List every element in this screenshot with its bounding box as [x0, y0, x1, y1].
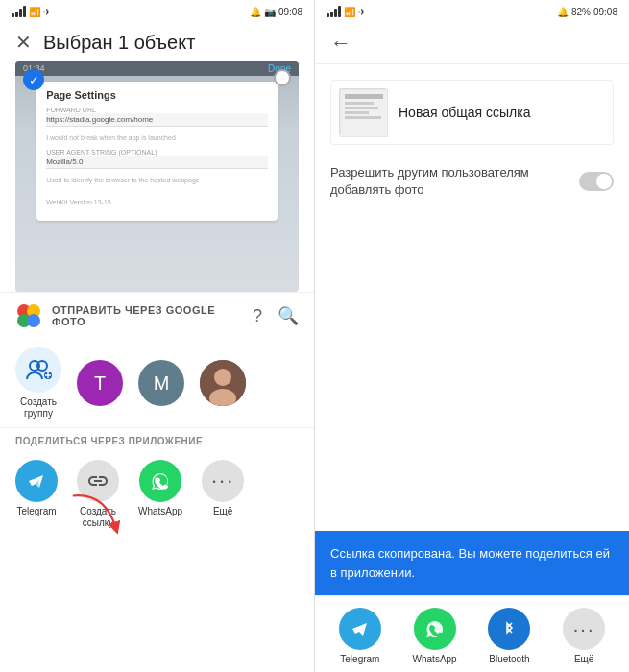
screenshot-topbar: 01:34 Done: [15, 61, 299, 76]
more-icon: ···: [202, 460, 244, 502]
more-label: Ещё: [213, 506, 232, 517]
field-value-2: Mozilla/5.0: [46, 156, 268, 169]
telegram-icon: [15, 460, 58, 502]
battery-right: 82%: [571, 7, 591, 17]
app-more[interactable]: ··· Ещё: [202, 460, 244, 517]
radio-button[interactable]: [274, 69, 291, 86]
svg-rect-18: [345, 107, 378, 109]
contact-photo-avatar: [200, 360, 246, 406]
right-more-icon: ···: [563, 608, 605, 650]
bluetooth-logo: [496, 616, 521, 641]
back-button[interactable]: ←: [330, 31, 351, 56]
shared-link-section: Новая общая ссылка Разрешить другим поль…: [315, 64, 629, 531]
status-right-left: 🔔 📷 09:08: [250, 7, 302, 17]
right-panel: 📶 ✈ 🔔 82% 09:08 ←: [314, 0, 629, 672]
question-icon[interactable]: ?: [253, 306, 262, 326]
blue-banner: Ссылка скопирована. Вы можете поделиться…: [315, 531, 629, 595]
wifi-icon-right: 📶: [344, 7, 355, 17]
selection-checkbox[interactable]: ✓: [23, 69, 44, 90]
field-forward-url: FORWARD URL https://stadia.google.com/ho…: [46, 107, 268, 144]
status-signal-right: 📶 ✈: [327, 6, 366, 17]
right-telegram-label: Telegram: [340, 654, 379, 664]
app-create-link[interactable]: Создать ссылку: [77, 460, 119, 529]
allow-others-row: Разрешить другим пользователям добавлять…: [330, 160, 614, 203]
contact-photo[interactable]: [200, 360, 246, 406]
page-title-left: Выбран 1 объект: [43, 32, 195, 54]
chain-link-icon: [86, 469, 109, 492]
right-app-whatsapp[interactable]: WhatsApp: [405, 608, 465, 664]
contact-t[interactable]: T: [77, 360, 123, 406]
field-value-1: https://stadia.google.com/home: [46, 113, 268, 127]
share-section-label: ПОДЕЛИТЬСЯ ЧЕРЕЗ ПРИЛОЖЕНИЕ: [0, 427, 314, 452]
contact-t-avatar: T: [77, 360, 123, 406]
add-group-avatar: [15, 347, 61, 393]
google-photos-bar: ОТПРАВИТЬ ЧЕРЕЗ GOOGLE ФОТО ? 🔍: [0, 292, 314, 339]
field-label-2: USER AGENT STRING (OPTIONAL): [46, 149, 268, 156]
app-telegram[interactable]: Telegram: [15, 460, 58, 517]
screenshot-preview: 01:34 Done Page Settings FORWARD URL htt…: [15, 61, 299, 292]
card-title: Page Settings: [46, 89, 268, 101]
time-right: 09:08: [593, 7, 617, 17]
top-bar-left: ✕ Выбран 1 объект: [0, 23, 314, 61]
add-group-icon: [25, 356, 52, 383]
field-label-1: FORWARD URL: [46, 107, 268, 113]
whatsapp-icon: [139, 460, 181, 502]
status-bar-right: 📶 ✈ 🔔 82% 09:08: [315, 0, 629, 23]
right-telegram-logo: [348, 616, 373, 641]
screenshot-time: 01:34: [23, 63, 268, 74]
left-panel: 📶 ✈ 🔔 📷 09:08 ✕ Выбран 1 объект 01:34 Do…: [0, 0, 314, 672]
google-photos-actions: ? 🔍: [253, 305, 299, 326]
right-telegram-icon: [339, 608, 381, 650]
telegram-logo: [24, 468, 49, 493]
airplane-icon-right: ✈: [358, 7, 366, 17]
add-group-label: Создать группу: [20, 396, 57, 420]
field-hint-2: Used to identify the browser to the host…: [46, 177, 200, 183]
webkit-version: WebKit Version 13-15: [46, 199, 111, 205]
right-whatsapp-logo: [423, 616, 448, 641]
link-title: Новая общая ссылка: [399, 105, 530, 120]
svg-rect-17: [345, 102, 374, 105]
link-thumbnail: [339, 88, 387, 136]
right-whatsapp-label: WhatsApp: [413, 654, 457, 664]
contact-add-group[interactable]: Создать группу: [15, 347, 61, 420]
allow-others-text: Разрешить другим пользователям добавлять…: [330, 164, 542, 199]
notification-icon: 🔔: [250, 7, 261, 17]
notification-icon-right: 🔔: [557, 7, 569, 17]
right-whatsapp-icon: [414, 608, 456, 650]
signal-icon-right: [327, 6, 341, 17]
signal-icon: [12, 6, 26, 17]
whatsapp-logo: [148, 468, 173, 493]
right-bluetooth-label: Bluetooth: [489, 654, 529, 664]
search-icon[interactable]: 🔍: [278, 305, 299, 326]
right-app-telegram[interactable]: Telegram: [330, 608, 390, 664]
svg-rect-20: [345, 116, 381, 119]
close-button[interactable]: ✕: [15, 31, 32, 54]
svg-point-10: [214, 369, 231, 386]
contact-m-avatar: M: [138, 360, 184, 406]
right-bluetooth-icon: [488, 608, 530, 650]
svg-rect-16: [345, 94, 383, 99]
contact-m[interactable]: M: [138, 360, 184, 406]
page-settings-card: Page Settings FORWARD URL https://stadia…: [36, 82, 278, 221]
svg-point-3: [27, 314, 40, 327]
status-right-right: 🔔 82% 09:08: [557, 7, 617, 17]
field-hint-1: I would not break when the app is launch…: [46, 134, 176, 141]
wifi-icon: 📶: [29, 7, 40, 17]
allow-others-toggle[interactable]: [579, 172, 614, 191]
telegram-label: Telegram: [16, 506, 56, 517]
field-user-agent: USER AGENT STRING (OPTIONAL) Mozilla/5.0…: [46, 149, 268, 186]
google-photos-icon: [15, 302, 42, 329]
right-app-more[interactable]: ··· Ещё: [554, 608, 614, 664]
link-icon: [77, 460, 119, 502]
person-photo-icon: [200, 360, 246, 406]
right-more-label: Ещё: [574, 654, 593, 664]
right-app-bluetooth[interactable]: Bluetooth: [480, 608, 540, 664]
airplane-icon: ✈: [43, 7, 51, 17]
app-whatsapp[interactable]: WhatsApp: [138, 460, 182, 517]
google-photos-label: ОТПРАВИТЬ ЧЕРЕЗ GOOGLE ФОТО: [52, 304, 243, 327]
right-app-row: Telegram WhatsApp: [315, 595, 629, 672]
whatsapp-label: WhatsApp: [138, 506, 182, 517]
status-signal-left: 📶 ✈: [12, 6, 51, 17]
link-preview-card: Новая общая ссылка: [330, 80, 614, 145]
bluetooth-icon-status: 📷: [264, 7, 276, 17]
